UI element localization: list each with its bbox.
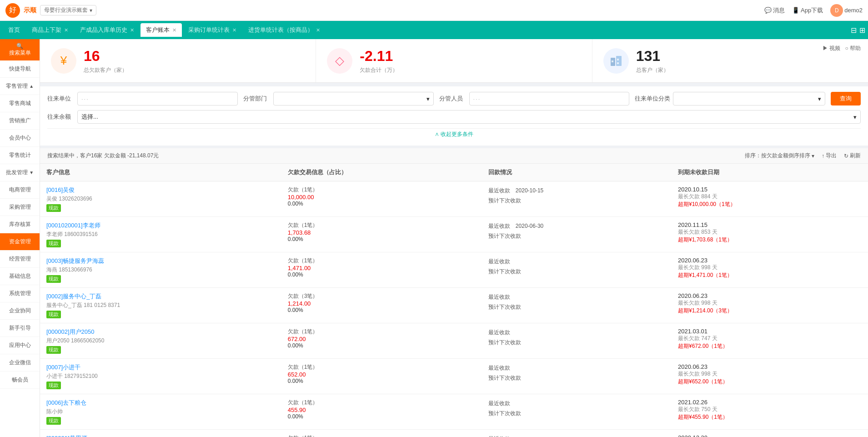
help-label: 帮助: [850, 45, 861, 51]
customer-name-4[interactable]: [000002]用户2050: [46, 328, 275, 336]
sidebar-item-enterprise[interactable]: 企业协同: [0, 302, 40, 320]
tab-minimize-icon[interactable]: ⊟: [851, 26, 857, 35]
sidebar-item-inventory[interactable]: 库存核算: [0, 216, 40, 233]
sidebar-item-retail-stats[interactable]: 零售统计: [0, 147, 40, 164]
refresh-btn[interactable]: ↻ 刷新: [844, 152, 861, 160]
overdue-label-3[interactable]: 超期¥1,214.00（3笔）: [678, 307, 862, 315]
help-btn[interactable]: ○ 帮助: [845, 45, 861, 52]
col-payment: 回款情况: [482, 164, 672, 181]
sidebar-item-finance[interactable]: 资金管理: [0, 233, 40, 251]
cell-payment-1: 最近收款 2020-06-30 预计下次收款: [482, 217, 672, 252]
sidebar-search-label: 搜索菜单: [3, 49, 37, 57]
debt-count-6: 欠款（1笔）: [288, 399, 476, 407]
customer-name-5[interactable]: [0007]小进干: [46, 363, 275, 372]
tab-products[interactable]: 商品上下架 ✕: [26, 23, 74, 37]
tab-home-label: 首页: [8, 26, 20, 34]
unit-category-select[interactable]: ▾: [673, 92, 825, 105]
sidebar-item-member[interactable]: 会员中心: [0, 130, 40, 147]
tab-purchase-order-close[interactable]: ✕: [232, 27, 236, 33]
overdue-days-3: 最长欠款 998 天: [678, 299, 862, 307]
tab-customer-account[interactable]: 客户账本 ✕: [140, 23, 182, 37]
tab-production-close[interactable]: ✕: [130, 27, 134, 33]
tab-home[interactable]: 首页: [3, 23, 25, 37]
cell-due-3: 2020.06.23 最长欠款 998 天 超期¥1,214.00（3笔）: [672, 288, 868, 323]
cell-customer-6: [0006]去下粮仓 陈小帅 现款: [40, 394, 281, 430]
overdue-label-6[interactable]: 超期¥455.90（1笔）: [678, 413, 862, 421]
overdue-label-5[interactable]: 超期¥652.00（1笔）: [678, 378, 862, 386]
overdue-label-0[interactable]: 超期¥10,000.00（1笔）: [678, 201, 862, 208]
export-btn[interactable]: ↑ 导出: [822, 152, 837, 160]
customer-phone-0: 吴俊 13026203696: [46, 195, 275, 203]
message-label: 消息: [773, 6, 785, 15]
sidebar-item-marketing[interactable]: 营销推广: [0, 112, 40, 130]
tab-customer-close[interactable]: ✕: [172, 27, 176, 33]
tab-maximize-icon[interactable]: ⊞: [859, 26, 865, 35]
tab-purchase-stats-close[interactable]: ✕: [316, 27, 320, 33]
cell-debt-1: 欠款（1笔） 1,703.68 0.00%: [281, 217, 482, 252]
filter-item-from-unit: 往来单位 ···: [47, 92, 238, 105]
sidebar-item-retail-mgmt-label: 零售管理: [6, 83, 28, 89]
sidebar-item-app-center[interactable]: 应用中心: [0, 337, 40, 354]
customer-name-0[interactable]: [0016]吴俊: [46, 186, 275, 194]
card-top-right: ▶ 视频 ○ 帮助: [823, 45, 861, 52]
customer-phone-3: 服务中心_丁磊 181 0125 8371: [46, 301, 275, 309]
overdue-label-4[interactable]: 超期¥672.00（1笔）: [678, 342, 862, 350]
cell-debt-6: 欠款（1笔） 455.90 0.00%: [281, 394, 482, 430]
sidebar-item-marketing-label: 营销推广: [9, 117, 31, 124]
cell-due-4: 2021.03.01 最长欠款 747 天 超期¥672.00（1笔）: [672, 323, 868, 359]
sidebar-item-batch-mgmt[interactable]: 批发管理 ▼: [0, 164, 40, 181]
sidebar-item-purchase[interactable]: 采购管理: [0, 199, 40, 216]
logo-icon: 好: [5, 3, 20, 18]
customer-name-6[interactable]: [0006]去下粮仓: [46, 399, 275, 407]
from-unit-input[interactable]: ···: [77, 92, 238, 105]
sidebar-item-basic-info[interactable]: 基础信息: [0, 268, 40, 285]
sidebar-item-vip-member[interactable]: 畅会员: [0, 372, 40, 389]
overdue-days-0: 最长欠款 884 天: [678, 193, 862, 201]
unit-category-label: 往来单位分类: [635, 95, 670, 103]
overdue-label-1[interactable]: 超期¥1,703.68（1笔）: [678, 236, 862, 244]
message-btn[interactable]: 💬 消息: [764, 6, 785, 15]
tab-products-close[interactable]: ✕: [64, 27, 68, 33]
sidebar-item-operations[interactable]: 经营管理: [0, 251, 40, 268]
customer-name-7[interactable]: [000001]黄思源: [46, 434, 275, 437]
debt-customers-label: 总欠款客户（家）: [84, 66, 127, 74]
cell-due-0: 2020.10.15 最长欠款 884 天 超期¥10,000.00（1笔）: [672, 181, 868, 217]
department-select[interactable]: ▾: [273, 92, 434, 105]
table-row: [0006]去下粮仓 陈小帅 现款 欠款（1笔） 455.90 0.00% 最近…: [40, 394, 868, 430]
sidebar-item-enterprise-wechat[interactable]: 企业微信: [0, 354, 40, 372]
sidebar-search[interactable]: 🔍 搜索菜单: [0, 39, 40, 60]
user-area[interactable]: D demo2: [830, 4, 863, 17]
manager-input[interactable]: ···: [469, 92, 630, 105]
debt-customers-icon: ¥: [51, 48, 76, 74]
cell-customer-1: [0001020001]李老师 李老师 18600391516 现款: [40, 217, 281, 252]
collapse-row[interactable]: ∧ 收起更多条件: [47, 128, 861, 140]
sidebar-item-new-guide[interactable]: 新手引导: [0, 320, 40, 337]
video-btn[interactable]: ▶ 视频: [823, 45, 840, 52]
cell-payment-2: 最近收款 预计下次收款: [482, 252, 672, 288]
sidebar-item-quick-nav[interactable]: 快捷导航: [0, 60, 40, 78]
cell-debt-4: 欠款（1笔） 672.00 0.00%: [281, 323, 482, 359]
balance-select[interactable]: 选择... ▾: [77, 110, 861, 124]
overdue-label-2[interactable]: 超期¥1,471.00（1笔）: [678, 271, 862, 279]
store-select[interactable]: 母婴行业演示账套 ▾: [40, 5, 96, 15]
tab-production-label: 产成品入库单历史: [80, 26, 127, 34]
debt-amount-6: 455.90: [288, 407, 476, 413]
dropdown-arrow-category: ▾: [818, 95, 821, 102]
customer-name-1[interactable]: [0001020001]李老师: [46, 221, 275, 230]
sidebar-item-retail-mgmt[interactable]: 零售管理 ▲: [0, 78, 40, 95]
sidebar-item-ecommerce[interactable]: 电商管理: [0, 181, 40, 199]
app-download-btn[interactable]: 📱 App下载: [792, 6, 823, 15]
tab-purchase-order[interactable]: 采购订单统计表 ✕: [183, 23, 242, 37]
sidebar: 🔍 搜索菜单 快捷导航 零售管理 ▲ 零售商城 营销推广 会员中心 零售统计 批…: [0, 39, 40, 437]
total-customers-icon: [603, 48, 629, 74]
customer-name-2[interactable]: [0003]畅捷服务尹海蕊: [46, 257, 275, 265]
customer-name-3[interactable]: [0002]服务中心_丁磊: [46, 292, 275, 301]
sidebar-item-system[interactable]: 系统管理: [0, 285, 40, 302]
table-body: [0016]吴俊 吴俊 13026203696 现款 欠款（1笔） 10,000…: [40, 181, 868, 437]
next-payment-5: 预计下次收款: [488, 373, 665, 383]
tab-production[interactable]: 产成品入库单历史 ✕: [75, 23, 140, 37]
tab-purchase-stats[interactable]: 进货单统计表（按商品） ✕: [243, 23, 326, 37]
debt-count-2: 欠款（1笔）: [288, 257, 476, 265]
query-button[interactable]: 查询: [831, 92, 861, 105]
sidebar-item-retail-mall[interactable]: 零售商城: [0, 95, 40, 112]
